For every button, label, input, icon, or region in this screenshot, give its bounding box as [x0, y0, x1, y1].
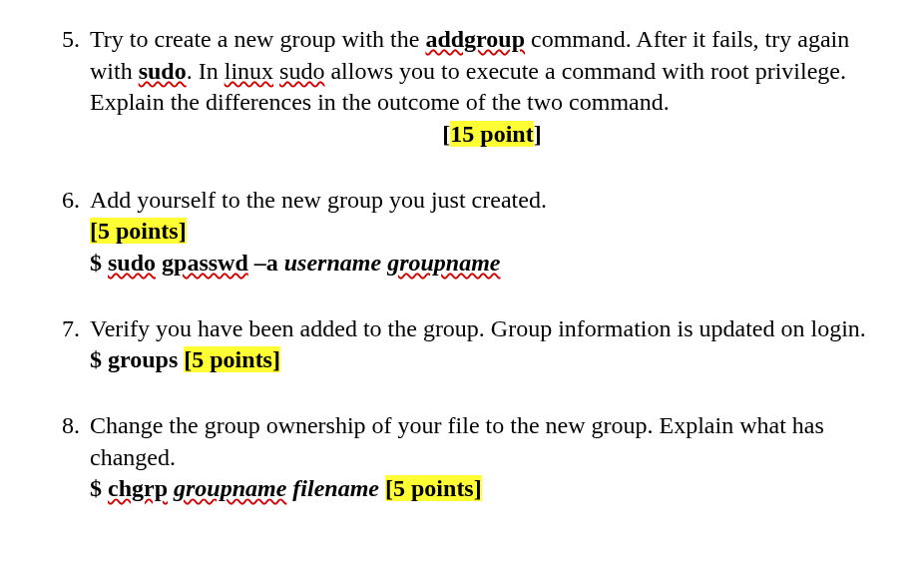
question-7: Verify you have been added to the group.… — [86, 313, 894, 376]
q5-sudo-2: sudo — [279, 58, 324, 84]
q5-text-a: Try to create a new group with the — [90, 26, 425, 52]
question-6: Add yourself to the new group you just c… — [86, 185, 894, 280]
q6-cmd-sudo: sudo — [108, 250, 156, 276]
q6-text: Add yourself to the new group you just c… — [90, 187, 547, 213]
q5-points-line: [15 point] — [90, 119, 894, 151]
q5-linux: linux — [225, 58, 273, 84]
q6-cmd-flag: –a — [248, 250, 284, 276]
question-list: Try to create a new group with the addgr… — [30, 24, 894, 505]
document-page: Try to create a new group with the addgr… — [0, 0, 924, 569]
q6-pt-text: 5 points — [98, 218, 179, 244]
q8-pt-text: 5 points — [393, 475, 474, 501]
q6-cmd-username: username — [284, 250, 381, 276]
q5-pt-close: ] — [534, 121, 542, 147]
question-5: Try to create a new group with the addgr… — [86, 24, 894, 151]
q7-pt-text: 5 points — [192, 346, 272, 372]
q7-text: Verify you have been added to the group.… — [90, 315, 866, 341]
q5-sudo-1: sudo — [139, 58, 187, 84]
q5-pt-text: 15 point — [450, 121, 533, 147]
q8-cmd-groupname: groupname — [174, 475, 286, 501]
q7-cmd-groups: groups — [108, 346, 178, 372]
q8-pt-open: [ — [385, 475, 393, 501]
question-8: Change the group ownership of your file … — [86, 410, 894, 505]
q8-pt-close: ] — [474, 475, 482, 501]
q6-cmd-gpasswd: gpasswd — [162, 250, 248, 276]
q6-cmd-dollar: $ — [90, 250, 108, 276]
q5-addgroup: addgroup — [425, 26, 525, 52]
q6-pt-close: ] — [179, 218, 187, 244]
q8-cmd-chgrp: chgrp — [108, 475, 168, 501]
q8-text: Change the group ownership of your file … — [90, 412, 824, 470]
q8-cmd-dollar: $ — [90, 475, 108, 501]
q8-cmd-filename: filename — [292, 475, 379, 501]
q6-cmd-groupname: groupname — [387, 250, 500, 276]
q7-cmd-dollar: $ — [90, 346, 108, 372]
q5-text-c: . In — [187, 58, 225, 84]
q7-pt-close: ] — [272, 346, 280, 372]
q6-pt-open: [ — [90, 218, 98, 244]
